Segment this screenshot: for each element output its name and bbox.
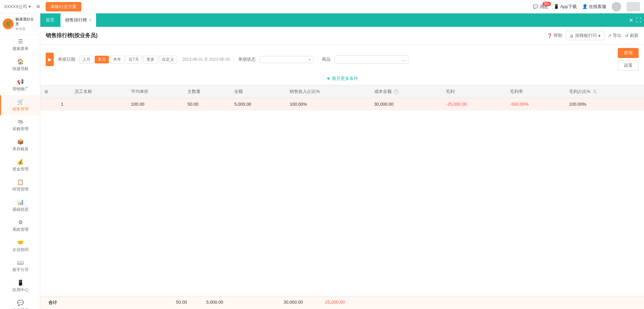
sidebar-item-purchase[interactable]: 🛍 采购管理 <box>0 115 40 135</box>
col-main-qty-header: 主数量 <box>183 85 230 98</box>
tab-fullscreen-btn[interactable]: ⛶ <box>636 17 641 23</box>
cell-sales-pct: 100.00% <box>286 98 370 110</box>
status-select[interactable]: ▾ <box>260 56 313 63</box>
sidebar-item-finance[interactable]: 💰 资金管理 <box>0 155 40 175</box>
settings-icon[interactable]: ⚙ <box>34 2 43 11</box>
date-btn-more[interactable]: 更多 <box>143 56 158 63</box>
status-select-arrow: ▾ <box>309 58 310 61</box>
app-download-button[interactable]: 📱 App下载 <box>554 4 577 10</box>
sidebar-item-sales[interactable]: 🛒 销售管理 <box>0 95 40 115</box>
goods-more-btn[interactable]: ... <box>402 57 405 62</box>
sidebar-item-system[interactable]: ⚙ 系统管理 <box>0 216 40 236</box>
sidebar-item-marketing[interactable]: 📢 营销推广 <box>0 75 40 95</box>
col-rank-header <box>54 85 71 98</box>
goods-select[interactable]: ... <box>335 55 409 64</box>
tab-sales-ranking[interactable]: 销售排行榜 × <box>60 13 96 27</box>
sidebar-label-sales: 销售管理 <box>12 106 29 112</box>
app-center-icon: 📱 <box>17 279 24 286</box>
cost-help-icon[interactable]: ? <box>394 90 398 94</box>
date-filter-label: 单据日期 <box>58 56 75 62</box>
logo-icon: 🌿 <box>3 18 13 29</box>
sidebar-label-inventory: 库存核算 <box>12 146 29 152</box>
col-gross-rate-header: 毛利率 <box>506 85 565 98</box>
sidebar-item-wechat[interactable]: 💬 企业微信 <box>0 296 40 309</box>
sidebar-item-search[interactable]: ☰ 搜索菜单 <box>0 35 40 55</box>
page-content: 销售排行榜(按业务员) ❓ 帮助 🖨 按模板打印 ▾ ↗ 导出 <box>40 27 644 309</box>
sidebar-item-guide[interactable]: 📖 新手引导 <box>0 256 40 276</box>
date-btn-last-month[interactable]: 上月 <box>79 56 93 63</box>
col-gross-header: 毛利 <box>442 85 506 98</box>
cell-gross-pct: 100.00% <box>565 98 644 110</box>
table-settings-icon[interactable]: ⚙ <box>44 89 48 94</box>
sidebar: 🌿 畅康通好生意 标准版 ☰ 搜索菜单 🏠 快捷导航 📢 营销推广 🛒 销售管理… <box>0 13 40 309</box>
date-btn-7days[interactable]: 近7天 <box>126 56 142 63</box>
company-selector[interactable]: XXXXX公司 ▾ <box>4 4 31 10</box>
expand-more-conditions-btn[interactable]: ▼ 展开更多条件 <box>326 75 358 82</box>
table-row: 1 100.00 50.00 5,000.00 100.00% 30,000.0… <box>40 98 644 110</box>
app-label: App下载 <box>560 4 577 10</box>
refresh-label: 刷新 <box>630 33 639 39</box>
export-button[interactable]: ↗ 导出 <box>608 33 621 39</box>
logo-text-area: 畅康通好生意 标准版 <box>15 17 37 31</box>
wechat-icon: 💬 <box>17 300 24 306</box>
status-filter-label: 单据状态 <box>238 56 256 62</box>
refresh-button[interactable]: ↺ 刷新 <box>625 33 639 39</box>
col-avg-price-header: 平均单价 <box>127 85 183 98</box>
message-button[interactable]: 💬 消息 99+ <box>533 4 548 10</box>
filter-row: ▶ 单据日期 上月 本月 本年 近7天 更多 自定义 2023-06-01 至 … <box>46 48 639 71</box>
logo-area: 🌿 畅康通好生意 标准版 <box>0 13 40 35</box>
footer-gross: -25,000.00 <box>324 300 345 305</box>
footer-cells: 合计 50.00 5,000.00 30,000.00 -25,000.00 <box>44 300 640 306</box>
footer-gross-cell: -25,000.00 <box>320 300 360 306</box>
online-service-button[interactable]: 👤 在线客服 <box>582 4 606 10</box>
trial-button[interactable]: 体验行业方案 <box>46 2 81 11</box>
sidebar-item-operations[interactable]: 📋 经营管理 <box>0 175 40 196</box>
avatar[interactable] <box>612 2 621 11</box>
help-label: 帮助 <box>554 33 562 39</box>
sidebar-item-app-center[interactable]: 📱 应用中心 <box>0 276 40 296</box>
table-area: ⚙ 员工名称 平均单价 主数量 全额 销售收入占比% 成本全额 ? <box>40 85 644 296</box>
finance-icon: 💰 <box>17 159 24 165</box>
data-table: ⚙ 员工名称 平均单价 主数量 全额 销售收入占比% 成本全额 ? <box>40 85 644 110</box>
sidebar-item-quick-nav[interactable]: 🏠 快捷导航 <box>0 55 40 75</box>
tab-close-btn[interactable]: × <box>89 18 91 22</box>
table-footer: 合计 50.00 5,000.00 30,000.00 -25,000.00 <box>40 296 644 309</box>
sidebar-label-finance: 资金管理 <box>12 166 29 172</box>
filter-area: ▶ 单据日期 上月 本月 本年 近7天 更多 自定义 2023-06-01 至 … <box>40 45 644 85</box>
print-label: 按模板打印 <box>575 33 597 39</box>
table-header-row: ⚙ 员工名称 平均单价 主数量 全额 销售收入占比% 成本全额 ? <box>40 85 644 98</box>
sidebar-label-purchase: 采购管理 <box>12 126 29 132</box>
sidebar-item-inventory[interactable]: 📦 库存核算 <box>0 135 40 155</box>
main-layout: 🌿 畅康通好生意 标准版 ☰ 搜索菜单 🏠 快捷导航 📢 营销推广 🛒 销售管理… <box>0 13 644 309</box>
footer-amount: 5,000.00 <box>206 300 223 305</box>
date-btn-this-year[interactable]: 本年 <box>110 56 124 63</box>
col-sales-pct-header: 销售收入占比% <box>286 85 370 98</box>
tab-home[interactable]: 首页 <box>40 13 60 27</box>
settings-button[interactable]: 设置 <box>618 60 639 71</box>
footer-main-qty-cell: 50.00 <box>172 300 202 306</box>
sidebar-label-system: 系统管理 <box>12 227 29 233</box>
more-filter-row: ▼ 展开更多条件 <box>46 71 639 82</box>
sidebar-item-enterprise-collab[interactable]: 🤝 企业协同 <box>0 236 40 256</box>
expand-icon: ▼ <box>326 76 331 81</box>
filter-expand-arrow[interactable]: ▶ <box>46 53 54 66</box>
print-button[interactable]: 🖨 按模板打印 ▾ <box>566 31 604 40</box>
footer-cost-amount: 30,000.00 <box>284 300 303 305</box>
date-btn-custom[interactable]: 自定义 <box>159 56 177 63</box>
sales-icon: 🛒 <box>17 99 24 105</box>
sidebar-label-app-center: 应用中心 <box>12 287 29 293</box>
collab-icon: 🤝 <box>17 239 24 246</box>
cell-rank: 1 <box>54 98 71 110</box>
gross-pct-sort-icon[interactable]: ⇅ <box>593 89 597 94</box>
tab-close-window-btn[interactable]: ✕ <box>629 17 633 23</box>
cell-settings <box>40 98 54 110</box>
table-body: 1 100.00 50.00 5,000.00 100.00% 30,000.0… <box>40 98 644 110</box>
logo-text: 畅康通好生意 <box>15 17 37 27</box>
help-button[interactable]: ❓ 帮助 <box>547 33 562 39</box>
base-info-icon: 📊 <box>17 199 24 205</box>
service-icon: 👤 <box>582 4 588 9</box>
date-buttons: 上月 本月 本年 近7天 更多 自定义 <box>79 56 177 63</box>
query-button[interactable]: 查询 <box>618 48 639 58</box>
date-btn-this-month[interactable]: 本月 <box>95 56 109 63</box>
sidebar-item-base-info[interactable]: 📊 基础信息 <box>0 196 40 216</box>
